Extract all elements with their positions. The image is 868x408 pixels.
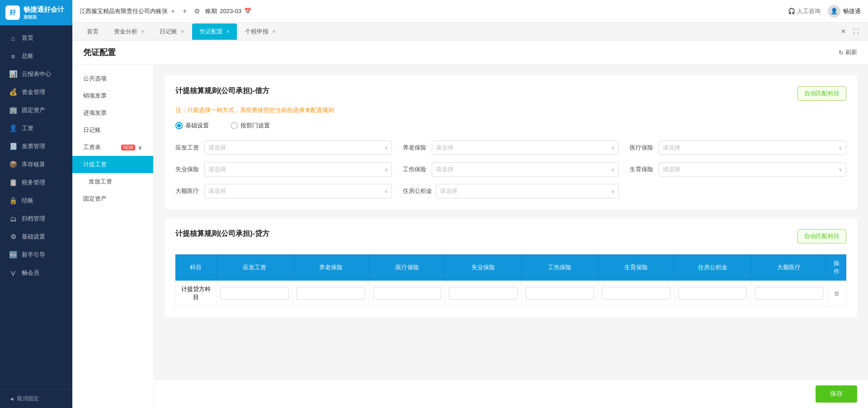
right-content: 自动匹配科目 计提核算规则(公司承担)-借方 注：只能选择一种方式，系统将按照您…: [154, 65, 868, 380]
sidebar-unpin[interactable]: ◄ 取消固定: [0, 389, 72, 408]
tab-capital-close[interactable]: ×: [141, 28, 144, 35]
input-credit-daly[interactable]: [755, 287, 823, 300]
input-credit-sybx[interactable]: [449, 287, 518, 300]
radio-basic[interactable]: 基础设置: [175, 122, 209, 130]
delete-row-icon[interactable]: 🗑: [834, 290, 840, 297]
input-credit-ylbx2[interactable]: [373, 287, 442, 300]
sidebar-item-home-label: 首页: [22, 34, 33, 42]
page-title: 凭证配置: [83, 47, 116, 58]
sidebar-item-tax-label: 税务管理: [22, 178, 45, 187]
sidebar-item-settings[interactable]: ⚙ 基础设置: [0, 228, 72, 246]
select-yfgz[interactable]: 请选择 ∨: [204, 141, 392, 155]
left-nav-diary-label: 日记账: [83, 126, 101, 134]
tab-voucher-close[interactable]: ×: [226, 28, 230, 35]
th-zfgjj: 住房公积金: [675, 255, 751, 281]
auto-match-debit-button[interactable]: 自动匹配科目: [797, 86, 846, 101]
input-credit-gsbx[interactable]: [525, 287, 594, 300]
new-badge: NEW: [121, 145, 135, 150]
guide-icon: 🆕: [9, 251, 17, 259]
sidebar-item-ledger[interactable]: ≡ 总账: [0, 47, 72, 65]
field-zfgjj: 住房公积金 请选择 ∨: [403, 184, 619, 198]
left-nav-salary-table-label: 工资表: [83, 143, 101, 151]
tab-tax[interactable]: 个税申报 ×: [238, 23, 283, 40]
select-sybx[interactable]: 请选择 ∨: [204, 162, 392, 177]
archive-icon: 🗂: [9, 215, 17, 223]
th-kemu: 科目: [176, 255, 217, 281]
user-menu[interactable]: 👤 畅捷通: [828, 5, 861, 18]
tab-diary-close[interactable]: ×: [181, 28, 184, 35]
sidebar-item-archive[interactable]: 🗂 归档管理: [0, 210, 72, 228]
left-nav-public[interactable]: 公共选项: [72, 70, 153, 87]
sidebar-item-home[interactable]: ⌂ 首页: [0, 29, 72, 47]
sidebar-item-reports-label: 云报表中心: [22, 70, 51, 78]
sidebar-item-capital[interactable]: 💰 资金管理: [0, 83, 72, 101]
left-nav-pay-salary[interactable]: 发放工资: [72, 173, 153, 190]
select-zfgjj[interactable]: 请选择 ∨: [436, 184, 619, 198]
sidebar-item-closing[interactable]: 🔒 结账: [0, 192, 72, 210]
label-ylbx2: 医疗保险: [630, 144, 655, 152]
left-nav-diary[interactable]: 日记账: [72, 122, 153, 139]
period-value: 2023-03: [220, 8, 241, 14]
select-ylbx[interactable]: 请选择 ∨: [432, 141, 619, 155]
tab-home[interactable]: 首页: [80, 23, 106, 40]
salary-icon: 👤: [9, 124, 17, 132]
closing-icon: 🔒: [9, 197, 17, 205]
sidebar-item-tax[interactable]: 📋 税务管理: [0, 174, 72, 192]
topbar-right: 🎧 人工咨询 👤 畅捷通: [788, 5, 861, 18]
sidebar-item-invoice-label: 发票管理: [22, 142, 45, 150]
headset-icon: 🎧: [788, 8, 795, 14]
refresh-icon: ↻: [839, 49, 844, 56]
tab-tax-close[interactable]: ×: [272, 28, 275, 35]
app-name: 畅捷通好会计: [24, 5, 64, 13]
field-daly: 大额医疗 请选择 ∨: [175, 184, 392, 198]
save-button[interactable]: 保存: [816, 385, 857, 403]
input-credit-sybx2[interactable]: [602, 287, 670, 300]
left-nav-purchase[interactable]: 进项发票: [72, 104, 153, 122]
left-nav-fixed-assets-label: 固定资产: [83, 195, 107, 203]
user-name: 畅捷通: [843, 7, 861, 15]
tab-voucher[interactable]: 凭证配置 ×: [192, 23, 237, 40]
left-nav-fixed-assets[interactable]: 固定资产: [72, 190, 153, 207]
debit-section-note: 注：只能选择一种方式，系统将按照您当前的选择来配置规则: [175, 106, 846, 114]
support-label: 人工咨询: [797, 7, 821, 15]
tab-diary[interactable]: 日记账 ×: [152, 23, 191, 40]
tab-fullscreen-button[interactable]: ⛶: [851, 26, 861, 37]
radio-basic-label: 基础设置: [185, 122, 209, 130]
radio-dept[interactable]: 按部门设置: [231, 122, 270, 130]
input-credit-yfgz[interactable]: [220, 287, 289, 300]
select-sybx2[interactable]: 请选择 ∨: [659, 162, 846, 177]
support-button[interactable]: 🎧 人工咨询: [788, 7, 821, 15]
company-dropdown-arrow: ▼: [170, 9, 175, 14]
sidebar-item-guide[interactable]: 🆕 新手引导: [0, 246, 72, 264]
left-nav-salary-table[interactable]: 工资表 NEW ∨: [72, 139, 153, 156]
sidebar-item-ledger-label: 总账: [22, 52, 33, 60]
sidebar-item-reports[interactable]: 📊 云报表中心: [0, 65, 72, 83]
refresh-button[interactable]: ↻ 刷新: [839, 48, 857, 56]
radio-group: 基础设置 按部门设置: [175, 122, 846, 130]
credit-header: 自动匹配科目 计提核算规则(公司承担)-贷方: [175, 229, 846, 249]
sidebar-item-fixed-assets[interactable]: 🏢 固定资产: [0, 101, 72, 119]
select-ylbx2[interactable]: 请选择 ∨: [659, 141, 846, 155]
calendar-icon[interactable]: 📅: [244, 8, 251, 14]
sidebar-item-salary[interactable]: 👤 工资: [0, 119, 72, 137]
left-nav-sales[interactable]: 销项发票: [72, 87, 153, 104]
select-gsbx[interactable]: 请选择 ∨: [432, 162, 619, 177]
left-nav-calc-salary[interactable]: 计提工资: [72, 156, 153, 173]
th-gsbx: 工伤保险: [522, 255, 598, 281]
input-credit-zfgjj[interactable]: [678, 287, 747, 300]
tab-diary-label: 日记账: [160, 28, 177, 36]
tab-close-button[interactable]: ✕: [839, 26, 848, 37]
add-account-button[interactable]: +: [181, 7, 189, 15]
sidebar-item-inventory[interactable]: 📦 库存核算: [0, 155, 72, 174]
company-selector[interactable]: 江西服宝精品有限责任公司内账张 ▼: [80, 7, 175, 15]
field-yfgz: 应发工资 请选择 ∨: [175, 141, 392, 155]
sidebar-item-invoice[interactable]: 🧾 发票管理: [0, 137, 72, 155]
tab-capital[interactable]: 资金分析 ×: [107, 23, 151, 40]
tax-icon: 📋: [9, 178, 17, 187]
sidebar-item-vip[interactable]: V 畅会员: [0, 264, 72, 282]
auto-match-credit-button[interactable]: 自动匹配科目: [797, 229, 846, 244]
input-credit-ylbx[interactable]: [297, 287, 365, 300]
label-sybx: 失业保险: [175, 165, 201, 174]
topbar-settings-button[interactable]: ⚙: [194, 7, 200, 15]
select-daly[interactable]: 请选择 ∨: [204, 184, 392, 198]
